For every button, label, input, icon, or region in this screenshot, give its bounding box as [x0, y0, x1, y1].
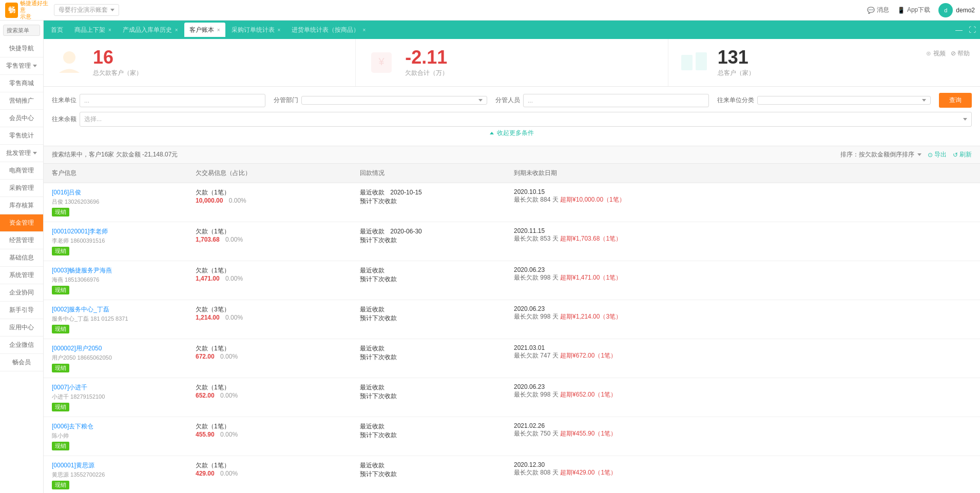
- customer-name-link[interactable]: [0006]去下粮仓: [52, 423, 93, 430]
- tab-close-icon[interactable]: ×: [175, 27, 178, 33]
- sidebar-item-ecommerce[interactable]: 电商管理: [0, 162, 43, 180]
- export-btn[interactable]: ⊙ 导出: [928, 150, 947, 159]
- sidebar-item-label: 企业协同: [9, 289, 34, 296]
- sidebar-item-chang-member[interactable]: 畅会员: [0, 354, 43, 371]
- tab-maximize-btn[interactable]: ⛶: [967, 25, 978, 35]
- logo-icon: 畅: [5, 3, 18, 18]
- sidebar-item-label: 系统管理: [9, 271, 34, 279]
- overdue-days: 最长欠款 884 天: [514, 196, 560, 203]
- sidebar-item-retail-stats[interactable]: 零售统计: [0, 127, 43, 145]
- dept-select[interactable]: [301, 96, 487, 105]
- tab-purchase-order-stat[interactable]: 采购订单统计表 ×: [226, 23, 286, 37]
- balance-select[interactable]: 选择...: [80, 112, 972, 127]
- customer-name-link[interactable]: [000001]黄思源: [52, 462, 94, 469]
- person-input[interactable]: ...: [523, 94, 709, 107]
- customer-name-link[interactable]: [0002]服务中心_丁磊: [52, 306, 109, 313]
- overdue-amount-link[interactable]: 超期¥429.00（1笔）: [560, 469, 617, 476]
- due-date: 2020.06.23: [514, 383, 972, 390]
- chevron-down-icon: [922, 99, 926, 102]
- sidebar-item-enterprise-collab[interactable]: 企业协同: [0, 284, 43, 302]
- app-download-btn[interactable]: 📱 App下载: [897, 6, 930, 14]
- th-due-date: 到期未收款日期: [506, 164, 980, 183]
- sidebar-item-system-mgmt[interactable]: 系统管理: [0, 267, 43, 284]
- tab-home[interactable]: 首页: [46, 23, 68, 37]
- sidebar-item-retail-mgmt[interactable]: 零售管理: [0, 57, 43, 75]
- debt-amount-value[interactable]: 1,471.00: [196, 275, 220, 282]
- sidebar-item-batch-mgmt[interactable]: 批发管理: [0, 145, 43, 162]
- overdue-amount-link[interactable]: 超期¥10,000.00（1笔）: [560, 196, 625, 203]
- sidebar-item-retail-mall[interactable]: 零售商城: [0, 75, 43, 92]
- tab-close-icon[interactable]: ×: [362, 27, 366, 33]
- overdue-amount-link[interactable]: 超期¥1,214.00（3笔）: [560, 313, 622, 320]
- tab-bar-end: — ⛶: [953, 25, 978, 35]
- tab-close-icon[interactable]: ×: [217, 27, 220, 33]
- sidebar-item-newbie-guide[interactable]: 新手引导: [0, 302, 43, 319]
- sidebar-item-quick-nav[interactable]: 快捷导航: [0, 40, 43, 57]
- sidebar-item-enterprise-wechat[interactable]: 企业微信: [0, 337, 43, 354]
- debt-percent: 0.00%: [220, 431, 238, 438]
- query-button[interactable]: 查询: [939, 93, 972, 108]
- th-debt-info: 欠交易信息（占比）: [187, 164, 352, 183]
- customer-name-link[interactable]: [0007]小进千: [52, 384, 87, 391]
- debt-amount-value[interactable]: 652.00: [196, 392, 215, 399]
- from-unit-input[interactable]: ...: [80, 94, 265, 107]
- customer-contact: 李老师 18600391516: [52, 237, 179, 245]
- sidebar-item-member-center[interactable]: 会员中心: [0, 110, 43, 127]
- due-date: 2020.06.23: [514, 266, 972, 273]
- help-btn[interactable]: ⊘ 帮助: [951, 49, 970, 58]
- debt-amount-value[interactable]: 10,000.00: [196, 197, 223, 204]
- debt-amount-value[interactable]: 1,214.00: [196, 314, 220, 321]
- company-selector[interactable]: 母婴行业演示账套: [54, 4, 119, 16]
- sidebar-item-marketing[interactable]: 营销推广: [0, 92, 43, 110]
- unit-class-select[interactable]: [757, 96, 931, 105]
- tab-close-icon[interactable]: ×: [278, 27, 281, 33]
- customer-name-link[interactable]: [0003]畅捷服务尹海燕: [52, 267, 112, 274]
- user-area[interactable]: d demo2: [938, 3, 975, 17]
- overdue-amount-link[interactable]: 超期¥1,703.68（1笔）: [560, 235, 622, 242]
- sidebar-item-inventory-check[interactable]: 库存核算: [0, 197, 43, 214]
- table-row: [000001]黄思源 黄思源 13552700226 现销 欠款（1笔） 42…: [44, 456, 980, 494]
- customer-name-link[interactable]: [0016]吕俊: [52, 189, 81, 196]
- customer-name-link[interactable]: [000002]用户2050: [52, 345, 102, 352]
- collapse-btn[interactable]: 收起更多条件: [52, 127, 972, 140]
- debt-amount-value[interactable]: 455.90: [196, 431, 215, 438]
- svg-point-0: [63, 51, 75, 64]
- table-row: [0002]服务中心_丁磊 服务中心_丁磊 181 0125 8371 现销 欠…: [44, 300, 980, 339]
- debt-amount-value[interactable]: 429.00: [196, 470, 215, 477]
- overdue-amount-link[interactable]: 超期¥672.00（1笔）: [560, 352, 617, 359]
- customer-name-link[interactable]: [0001020001]李老师: [52, 228, 108, 235]
- debt-cell: 欠款（1笔） 652.00 0.00%: [187, 378, 352, 417]
- overdue-amount-link[interactable]: 超期¥652.00（1笔）: [560, 391, 617, 398]
- debt-amount-value[interactable]: 1,703.68: [196, 236, 220, 243]
- table-row: [0006]去下粮仓 陈小帅 现销 欠款（1笔） 455.90 0.00% 最近…: [44, 417, 980, 456]
- tab-minimize-btn[interactable]: —: [953, 25, 965, 35]
- table-container: 客户信息 欠交易信息（占比） 回款情况 到期未收款日期 [0016]吕俊 吕俊 …: [44, 164, 980, 493]
- sidebar-item-fund-mgmt[interactable]: 资金管理: [0, 214, 43, 232]
- customer-contact: 海燕 18513066976: [52, 276, 179, 284]
- debt-amount-value[interactable]: 672.00: [196, 353, 215, 360]
- tab-customer-account[interactable]: 客户账本 ×: [184, 23, 225, 37]
- total-customers-label: 总客户（家）: [718, 69, 755, 77]
- tab-production-history[interactable]: 产成品入库单历史 ×: [118, 23, 183, 37]
- debt-cell: 欠款（1笔） 429.00 0.00%: [187, 456, 352, 494]
- sidebar-item-purchase-mgmt[interactable]: 采购管理: [0, 180, 43, 197]
- overdue-amount-link[interactable]: 超期¥455.90（1笔）: [560, 430, 617, 437]
- message-btn[interactable]: 💬 消息: [867, 6, 889, 14]
- debt-amount-icon: ¥: [366, 47, 397, 78]
- stat-card-debt-amount: ¥ -2.11 欠款合计（万）: [356, 39, 668, 86]
- sidebar-item-operations-mgmt[interactable]: 经营管理: [0, 232, 43, 249]
- sidebar-item-basic-info[interactable]: 基础信息: [0, 249, 43, 267]
- sidebar-search-input[interactable]: [3, 25, 40, 36]
- sidebar-search-area[interactable]: [0, 21, 43, 40]
- due-cell: 2020.10.15 最长欠款 884 天 超期¥10,000.00（1笔）: [506, 183, 980, 222]
- overdue-amount-link[interactable]: 超期¥1,471.00（1笔）: [560, 274, 622, 281]
- refresh-btn[interactable]: ↺ 刷新: [953, 150, 972, 159]
- sort-select[interactable]: 排序：按欠款金额倒序排序: [840, 150, 921, 159]
- tab-inbound-stat[interactable]: 进货单统计表（按商品） ×: [286, 23, 371, 37]
- view-btn[interactable]: ⊙ 视频: [926, 49, 945, 58]
- filter-area: 往来单位 ... 分管部门 分管人员: [44, 87, 980, 146]
- logo: 畅 畅捷通好生意示意: [5, 0, 49, 20]
- sidebar-item-app-center[interactable]: 应用中心: [0, 319, 43, 337]
- tab-products-offline[interactable]: 商品上下架 ×: [69, 23, 117, 37]
- tab-close-icon[interactable]: ×: [108, 27, 111, 33]
